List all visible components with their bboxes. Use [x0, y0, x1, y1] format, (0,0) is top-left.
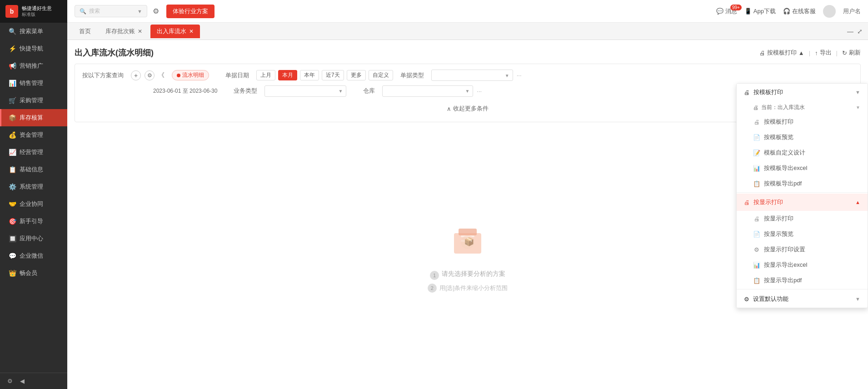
- active-filter-tag[interactable]: 流水明细: [172, 70, 209, 80]
- user-avatar[interactable]: [823, 5, 836, 18]
- display-print-settings-item[interactable]: ⚙ 按显示打印设置: [737, 242, 868, 257]
- warehouse-select-wrapper: [382, 85, 473, 97]
- customer-service-btn[interactable]: 🎧 在线客服: [783, 7, 816, 15]
- sidebar-item-system[interactable]: ⚙️ 系统管理: [0, 178, 67, 195]
- sidebar-collapse-icon[interactable]: ◀: [20, 378, 25, 384]
- industry-solution-button[interactable]: 体验行业方案: [166, 5, 215, 18]
- display-export-excel-item[interactable]: 📊 按显示导出excel: [737, 257, 868, 273]
- tab-home[interactable]: 首页: [73, 25, 97, 38]
- template-print-label: 按模板打印: [764, 118, 793, 126]
- date-current-year[interactable]: 本年: [300, 70, 319, 80]
- tab-minimize-icon[interactable]: —: [847, 28, 853, 35]
- header-settings-icon[interactable]: ⚙: [153, 7, 159, 15]
- print-template-section-header[interactable]: 🖨 按模板打印 ▼: [737, 84, 868, 101]
- sidebar-nav: 🔍 搜索菜单 ⚡ 快捷导航 📢 营销推广 📊 销售管理 🛒 采购管理 📦 库存核…: [0, 23, 67, 373]
- date-range-text: 2023-06-01 至 2023-06-30: [153, 88, 217, 94]
- sidebar-item-purchase[interactable]: 🛒 采购管理: [0, 92, 67, 109]
- tab-flow-label: 出入库流水: [157, 27, 186, 35]
- sidebar-item-enterprise[interactable]: 🤝 企业协同: [0, 195, 67, 213]
- template-export-excel-item[interactable]: 📊 按模板导出excel: [737, 160, 868, 176]
- sidebar-item-label: 快捷导航: [20, 45, 43, 53]
- message-icon: 💬: [716, 8, 723, 15]
- customer-service-label: 在线客服: [792, 7, 816, 15]
- warehouse-select[interactable]: [382, 85, 473, 97]
- sidebar-item-quick-nav[interactable]: ⚡ 快捷导航: [0, 40, 67, 57]
- sidebar-logo: b 畅捷通好生意 标准版: [0, 0, 67, 23]
- template-print-item[interactable]: 🖨 按模板打印: [737, 114, 868, 130]
- set-default-section: ⚙ 设置默认功能 ▼: [737, 290, 868, 308]
- display-preview-icon: 📄: [753, 230, 760, 238]
- date-last-7-days[interactable]: 近7天: [322, 70, 344, 80]
- display-export-excel-label: 按显示导出excel: [764, 261, 807, 269]
- sidebar-item-wechat[interactable]: 💬 企业微信: [0, 247, 67, 264]
- sidebar-item-label: 企业微信: [20, 252, 43, 260]
- tab-batch-account[interactable]: 库存批次账 ✕: [99, 25, 149, 38]
- date-more[interactable]: 更多: [347, 70, 366, 80]
- sidebar-item-inventory[interactable]: 📦 库存核算: [0, 109, 67, 126]
- tab-maximize-icon[interactable]: ⤢: [857, 28, 863, 35]
- export-btn[interactable]: ↑ 导出: [815, 49, 832, 57]
- display-print-item[interactable]: 🖨 按显示打印: [737, 211, 868, 226]
- filter-collapse-btn[interactable]: 《: [158, 71, 165, 80]
- template-export-pdf-item[interactable]: 📋 按模板导出pdf: [737, 176, 868, 191]
- filter-actions: 按以下方案查询 + ⚙ 《: [82, 70, 165, 80]
- hint-number-2: 2: [428, 284, 437, 293]
- sidebar-item-basic-info[interactable]: 📋 基础信息: [0, 161, 67, 178]
- print-template-btn[interactable]: 🖨 按模板打印 ▲: [759, 49, 804, 57]
- sidebar-item-finance[interactable]: 💰 资金管理: [0, 126, 67, 144]
- app-center-icon: 🔲: [9, 235, 16, 242]
- sidebar-item-members[interactable]: 👑 畅会员: [0, 264, 67, 282]
- date-custom[interactable]: 自定义: [369, 70, 393, 80]
- date-prev-month[interactable]: 上月: [256, 70, 275, 80]
- search-bar[interactable]: 🔍 搜索 ▼: [75, 5, 147, 17]
- doc-type-select[interactable]: [431, 70, 513, 81]
- date-filter-group: 单据日期 上月 本月 本年 近7天 更多 自定义: [225, 70, 393, 80]
- sidebar-item-label: 营销推广: [20, 62, 43, 70]
- display-print-settings-icon: ⚙: [753, 246, 760, 253]
- display-preview-item[interactable]: 📄 按显示预览: [737, 226, 868, 242]
- refresh-label: 刷新: [849, 49, 861, 57]
- print-template-expand-icon: ▼: [855, 90, 860, 95]
- date-options: 上月 本月 本年 近7天 更多 自定义: [256, 70, 393, 80]
- display-print-icon: 🖨: [753, 215, 760, 222]
- refresh-btn[interactable]: ↻ 刷新: [842, 49, 861, 57]
- date-current-month[interactable]: 本月: [278, 70, 297, 80]
- sidebar-item-app-center[interactable]: 🔲 应用中心: [0, 230, 67, 247]
- doc-type-label: 单据类型: [400, 71, 424, 80]
- tab-batch-account-label: 库存批次账: [105, 27, 135, 35]
- sidebar-item-guide[interactable]: 🎯 新手引导: [0, 213, 67, 230]
- display-print-settings-label: 按显示打印设置: [764, 245, 805, 254]
- set-default-section-header[interactable]: ⚙ 设置默认功能 ▼: [737, 290, 868, 308]
- filter-settings-btn[interactable]: ⚙: [145, 70, 155, 80]
- display-export-pdf-icon: 📋: [753, 277, 760, 284]
- warehouse-more-icon[interactable]: ···: [477, 88, 482, 95]
- doc-type-more-icon[interactable]: ···: [517, 72, 522, 79]
- tab-flow[interactable]: 出入库流水 ✕: [150, 25, 200, 38]
- sidebar-item-label: 经营管理: [20, 148, 43, 156]
- sidebar-item-search-menu[interactable]: 🔍 搜索菜单: [0, 23, 67, 40]
- header-right: 💬 消息 99+ 📱 App下载 🎧 在线客服 用户名: [716, 5, 861, 18]
- print-template-current-row: 🖨 当前：出入库流水 ▼: [737, 101, 868, 114]
- sidebar-item-marketing[interactable]: 📢 营销推广: [0, 57, 67, 75]
- template-preview-item[interactable]: 📄 按模板预览: [737, 130, 868, 145]
- current-template-label: 当前：出入库流水: [761, 104, 805, 111]
- main-area: 🔍 搜索 ▼ ⚙ 体验行业方案 💬 消息 99+ 📱 App下载 🎧 在线客服 …: [67, 0, 868, 389]
- tab-flow-close-icon[interactable]: ✕: [189, 28, 194, 35]
- template-custom-item[interactable]: 📝 模板自定义设计: [737, 145, 868, 160]
- empty-hint-2: 2 用[选]条件来缩小分析范围: [428, 284, 508, 293]
- dropdown-divider-1: [737, 192, 868, 193]
- filter-add-btn[interactable]: +: [131, 70, 141, 80]
- warehouse-group: 仓库 ···: [363, 85, 482, 97]
- messages-badge[interactable]: 💬 消息 99+: [716, 7, 737, 15]
- business-type-select[interactable]: [264, 85, 346, 97]
- display-print-header-icon: 🖨: [744, 199, 750, 206]
- sidebar-item-sales[interactable]: 📊 销售管理: [0, 75, 67, 92]
- display-print-section-header[interactable]: 🖨 按显示打印 ▲: [737, 194, 868, 211]
- sidebar-settings-icon[interactable]: ⚙: [7, 378, 13, 384]
- display-export-pdf-item[interactable]: 📋 按显示导出pdf: [737, 273, 868, 288]
- app-download-btn[interactable]: 📱 App下载: [744, 7, 776, 15]
- template-export-excel-icon: 📊: [753, 165, 760, 172]
- sidebar-item-operations[interactable]: 📈 经营管理: [0, 144, 67, 161]
- tab-batch-account-close-icon[interactable]: ✕: [138, 28, 142, 35]
- set-default-expand-icon: ▼: [855, 296, 860, 302]
